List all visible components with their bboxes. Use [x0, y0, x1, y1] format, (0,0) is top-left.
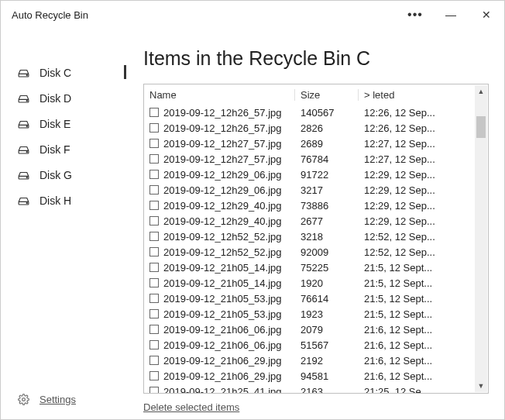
file-deleted: 12:29, 12 Sep...: [359, 200, 488, 212]
table-row[interactable]: 2019-09-12_12h26_57.jpg282612:26, 12 Sep…: [144, 120, 488, 136]
row-checkbox[interactable]: [149, 201, 159, 210]
file-name: 2019-09-12_21h05_53.jpg: [163, 293, 282, 305]
row-checkbox[interactable]: [149, 294, 159, 303]
file-name: 2019-09-12_21h05_53.jpg: [163, 308, 282, 320]
column-name[interactable]: Name: [144, 89, 295, 101]
table-row[interactable]: 2019-09-12_21h05_14.jpg192021:5, 12 Sept…: [144, 275, 488, 291]
row-checkbox[interactable]: [149, 356, 159, 365]
table-row[interactable]: 2019-09-12_21h06_29.jpg9458121:6, 12 Sep…: [144, 368, 488, 384]
row-checkbox[interactable]: [149, 247, 159, 256]
file-size: 51567: [295, 339, 359, 351]
row-checkbox[interactable]: [149, 139, 159, 148]
table-row[interactable]: 2019-09-12_21h06_06.jpg5156721:6, 12 Sep…: [144, 337, 488, 353]
titlebar: Auto Recycle Bin ••• — ✕: [1, 1, 504, 29]
file-deleted: 12:26, 12 Sep...: [359, 107, 488, 119]
file-size: 2826: [295, 122, 359, 134]
table-row[interactable]: 2019-09-12_12h26_57.jpg14056712:26, 12 S…: [144, 105, 488, 120]
disk-icon: [16, 94, 30, 103]
row-checkbox[interactable]: [149, 340, 159, 349]
svg-point-11: [26, 202, 27, 203]
table-row[interactable]: 2019-09-12_12h29_40.jpg7388612:29, 12 Se…: [144, 198, 488, 213]
row-checkbox[interactable]: [149, 263, 159, 272]
file-size: 2079: [295, 324, 359, 336]
more-button[interactable]: •••: [397, 1, 433, 29]
table-row[interactable]: 2019-09-12_21h05_53.jpg192321:5, 12 Sept…: [144, 306, 488, 322]
disk-icon: [16, 170, 30, 180]
svg-point-12: [22, 398, 25, 401]
table-row[interactable]: 2019-09-12_21h05_53.jpg7661421:5, 12 Sep…: [144, 291, 488, 306]
file-size: 2677: [295, 215, 359, 227]
file-name: 2019-09-12_12h52_52.jpg: [163, 231, 282, 243]
minimize-button[interactable]: —: [433, 1, 469, 29]
disk-icon: [16, 68, 30, 77]
column-size[interactable]: Size: [295, 89, 359, 101]
file-name: 2019-09-12_21h25_41.jpg: [163, 386, 282, 394]
row-checkbox[interactable]: [149, 325, 159, 334]
row-checkbox[interactable]: [149, 309, 159, 318]
file-deleted: 12:29, 12 Sep...: [359, 215, 488, 227]
sidebar-item-disk[interactable]: Disk G: [1, 162, 131, 188]
table-row[interactable]: 2019-09-12_21h06_06.jpg207921:6, 12 Sept…: [144, 322, 488, 337]
table-row[interactable]: 2019-09-12_12h52_52.jpg9200912:52, 12 Se…: [144, 244, 488, 260]
settings-link[interactable]: Settings: [1, 394, 131, 419]
file-size: 1920: [295, 277, 359, 289]
sidebar-item-label: Disk H: [40, 195, 71, 207]
scrollbar[interactable]: ▲ ▼: [475, 85, 487, 392]
file-name: 2019-09-12_12h26_57.jpg: [163, 107, 282, 119]
disk-icon: [16, 119, 30, 129]
table-row[interactable]: 2019-09-12_12h29_40.jpg267712:29, 12 Sep…: [144, 213, 488, 229]
table-header: Name Size > leted: [144, 84, 488, 105]
file-size: 2192: [295, 355, 359, 367]
table-row[interactable]: 2019-09-12_12h27_57.jpg7678412:27, 12 Se…: [144, 151, 488, 167]
table-row[interactable]: 2019-09-12_21h06_29.jpg219221:6, 12 Sept…: [144, 353, 488, 368]
file-size: 94581: [295, 370, 359, 382]
delete-selected-link[interactable]: Delete selected items: [143, 401, 239, 413]
disk-icon: [16, 196, 30, 205]
file-name: 2019-09-12_12h26_57.jpg: [163, 122, 282, 134]
file-deleted: 12:27, 12 Sep...: [359, 138, 488, 150]
settings-label: Settings: [40, 394, 76, 405]
file-name: 2019-09-12_21h06_06.jpg: [163, 339, 282, 351]
row-checkbox[interactable]: [149, 154, 159, 164]
file-size: 3218: [295, 231, 359, 243]
row-checkbox[interactable]: [149, 216, 159, 225]
file-name: 2019-09-12_12h52_52.jpg: [163, 246, 282, 258]
file-deleted: 21:6, 12 Sept...: [359, 339, 488, 351]
file-deleted: 12:27, 12 Sep...: [359, 153, 488, 165]
row-checkbox[interactable]: [149, 123, 159, 133]
file-size: 75225: [295, 262, 359, 274]
row-checkbox[interactable]: [149, 232, 159, 241]
row-checkbox[interactable]: [149, 170, 159, 179]
table-row[interactable]: 2019-09-12_12h52_52.jpg321812:52, 12 Sep…: [144, 229, 488, 244]
table-row[interactable]: 2019-09-12_12h27_57.jpg268912:27, 12 Sep…: [144, 136, 488, 151]
file-name: 2019-09-12_21h06_29.jpg: [163, 370, 282, 382]
row-checkbox[interactable]: [149, 387, 159, 393]
close-button[interactable]: ✕: [469, 1, 504, 29]
scroll-track[interactable]: [475, 98, 487, 380]
table-row[interactable]: 2019-09-12_12h29_06.jpg9172212:29, 12 Se…: [144, 167, 488, 182]
sidebar-item-disk[interactable]: Disk C: [1, 60, 131, 85]
sidebar: Disk CDisk DDisk EDisk FDisk GDisk H Set…: [1, 29, 131, 419]
scroll-down-icon[interactable]: ▼: [475, 380, 487, 392]
page-title: Items in the Recycle Bin C: [143, 47, 489, 70]
file-deleted: 21:6, 12 Sept...: [359, 324, 488, 336]
sidebar-item-label: Disk C: [40, 67, 71, 79]
sidebar-item-disk[interactable]: Disk E: [1, 111, 131, 136]
table-row[interactable]: 2019-09-12_12h29_06.jpg321712:29, 12 Sep…: [144, 182, 488, 198]
file-deleted: 12:52, 12 Sep...: [359, 231, 488, 243]
scroll-thumb[interactable]: [476, 116, 486, 138]
file-deleted: 12:29, 12 Sep...: [359, 184, 488, 196]
column-deleted[interactable]: > leted: [359, 89, 488, 101]
disk-icon: [16, 145, 30, 154]
table-row[interactable]: 2019-09-12_21h25_41.jpg216321:25, 12 Se.…: [144, 384, 488, 393]
row-checkbox[interactable]: [149, 108, 159, 117]
table-row[interactable]: 2019-09-12_21h05_14.jpg7522521:5, 12 Sep…: [144, 260, 488, 275]
row-checkbox[interactable]: [149, 185, 159, 195]
svg-point-7: [26, 151, 27, 152]
sidebar-item-disk[interactable]: Disk H: [1, 188, 131, 213]
scroll-up-icon[interactable]: ▲: [475, 85, 487, 98]
row-checkbox[interactable]: [149, 371, 159, 380]
sidebar-item-disk[interactable]: Disk D: [1, 85, 131, 111]
sidebar-item-disk[interactable]: Disk F: [1, 136, 131, 162]
row-checkbox[interactable]: [149, 278, 159, 287]
